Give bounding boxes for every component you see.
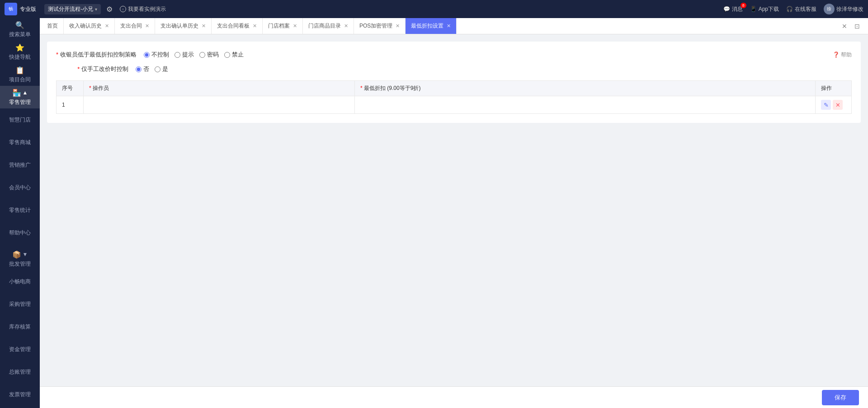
- sidebar-item-general-ledger[interactable]: 总账管理: [0, 361, 40, 383]
- radio-password-input[interactable]: [199, 52, 205, 58]
- app-download-button[interactable]: 📱 App下载: [750, 5, 779, 13]
- page-footer: 保存: [40, 386, 868, 408]
- project-selector[interactable]: 测试分开流程-小兄 ▾: [44, 4, 101, 14]
- tab-store-catalog[interactable]: 门店商品目录 ✕: [303, 18, 354, 34]
- close-icon[interactable]: ✕: [105, 23, 109, 29]
- chevron-down-icon: ▼: [23, 251, 28, 258]
- tab-home[interactable]: 首页: [42, 18, 64, 34]
- sidebar-item-marketing[interactable]: 营销推广: [0, 154, 40, 176]
- close-icon[interactable]: ✕: [447, 23, 451, 29]
- sidebar-item-search[interactable]: 🔍 搜索菜单: [0, 18, 40, 41]
- close-icon[interactable]: ✕: [145, 23, 149, 29]
- sidebar-item-purchase[interactable]: 采购管理: [0, 293, 40, 315]
- retail-icon: 🏪: [12, 89, 21, 97]
- radio-no-input[interactable]: [136, 66, 142, 72]
- sidebar-item-help[interactable]: 帮助中心: [0, 221, 40, 244]
- radio-no[interactable]: 否: [136, 65, 149, 73]
- col-seq: 序号: [57, 81, 84, 96]
- question-icon: ❓: [833, 52, 840, 58]
- main-layout: 🔍 搜索菜单 ⭐ 快捷导航 📋 项目合同 🏪 ▲ 零售管理 智慧门店 零售商城 …: [0, 18, 868, 408]
- sidebar-item-label: 会员中心: [9, 184, 31, 192]
- close-icon[interactable]: ✕: [344, 23, 348, 29]
- sidebar-item-ecommerce[interactable]: 小畅电商: [0, 270, 40, 293]
- close-icon[interactable]: ✕: [202, 23, 206, 29]
- tab-min-discount[interactable]: 最低折扣设置 ✕: [406, 18, 457, 34]
- search-icon: 🔍: [15, 21, 24, 29]
- sidebar-item-retail-mall[interactable]: 零售商城: [0, 131, 40, 154]
- radio-password[interactable]: 密码: [199, 51, 219, 59]
- close-icon[interactable]: ✕: [396, 23, 400, 29]
- sidebar-item-tax[interactable]: 税务管理: [0, 406, 40, 408]
- sidebar-item-label: 智慧门店: [9, 116, 31, 124]
- form-section: 收银员低于最低折扣控制策略 不控制 提示: [56, 51, 852, 73]
- tabbar: 首页 收入确认历史 ✕ 支出合同 ✕ 支出确认单历史 ✕ 支出合同看板 ✕ 门店…: [40, 18, 868, 34]
- sidebar-item-member[interactable]: 会员中心: [0, 176, 40, 199]
- sidebar-item-finance[interactable]: 资金管理: [0, 338, 40, 361]
- demo-icon: ○: [120, 6, 126, 12]
- sidebar-item-shortcuts[interactable]: ⭐ 快捷导航: [0, 41, 40, 63]
- tab-expense-board[interactable]: 支出合同看板 ✕: [212, 18, 263, 34]
- col-actions: 操作: [816, 81, 852, 96]
- tab-label: 支出合同看板: [217, 22, 250, 30]
- delete-button[interactable]: ✕: [833, 100, 843, 110]
- cell-min-discount: [355, 96, 816, 114]
- tab-pos-encryption[interactable]: POS加密管理 ✕: [354, 18, 406, 34]
- radio-forbid-input[interactable]: [224, 52, 230, 58]
- radio-forbid-label: 禁止: [232, 51, 244, 59]
- sidebar-item-label: 搜索菜单: [9, 31, 31, 38]
- wholesale-icon: 📦: [12, 250, 21, 259]
- demo-label: 我要看实例演示: [128, 5, 166, 13]
- radio-yes-label: 是: [162, 65, 168, 73]
- sidebar-item-invoice[interactable]: 发票管理: [0, 383, 40, 406]
- col-operator: 操作员: [84, 81, 355, 96]
- sidebar-item-retail-stats[interactable]: 零售统计: [0, 199, 40, 221]
- close-tab-button[interactable]: ✕: [839, 22, 850, 31]
- topbar: 畅 专业版 测试分开流程-小兄 ▾ ⚙ ○ 我要看实例演示 💬 消息 8 📱 A…: [0, 0, 868, 18]
- radio-forbid[interactable]: 禁止: [224, 51, 244, 59]
- project-name: 测试分开流程-小兄: [48, 5, 93, 13]
- logo: 畅 专业版: [5, 3, 41, 15]
- maximize-tab-button[interactable]: ⊡: [852, 22, 863, 31]
- cell-operator: [84, 96, 355, 114]
- save-button[interactable]: 保存: [822, 390, 859, 405]
- close-icon[interactable]: ✕: [253, 23, 257, 29]
- online-service-button[interactable]: 🎧 在线客服: [786, 5, 816, 13]
- help-label: 帮助: [841, 51, 852, 59]
- sidebar-item-label: 库存核算: [9, 323, 31, 331]
- discount-table: 序号 操作员 最低折扣 (9.00等于9折) 操作 1: [56, 80, 852, 114]
- tab-income-history[interactable]: 收入确认历史 ✕: [64, 18, 115, 34]
- sidebar-item-smart-store[interactable]: 智慧门店: [0, 108, 40, 131]
- tab-label: 支出合同: [120, 22, 142, 30]
- tab-expense-confirm-history[interactable]: 支出确认单历史 ✕: [155, 18, 212, 34]
- message-button[interactable]: 💬 消息 8: [723, 5, 743, 13]
- radio-group-strategy: 不控制 提示 密码 禁: [144, 51, 244, 59]
- tab-expense-contract[interactable]: 支出合同 ✕: [115, 18, 155, 34]
- user-menu[interactable]: 徐 徐泽华修改: [824, 4, 863, 14]
- message-icon: 💬: [723, 6, 730, 12]
- radio-prompt-input[interactable]: [175, 52, 180, 58]
- sidebar-item-contract[interactable]: 📋 项目合同: [0, 63, 40, 86]
- sidebar-item-wholesale[interactable]: 📦 ▼ 批发管理: [0, 248, 40, 270]
- radio-yes[interactable]: 是: [155, 65, 168, 73]
- radio-no-control-label: 不控制: [151, 51, 169, 59]
- tab-label: 门店商品目录: [308, 22, 341, 30]
- headset-icon: 🎧: [786, 6, 793, 12]
- radio-no-control-input[interactable]: [144, 52, 150, 58]
- tab-store-archive[interactable]: 门店档案 ✕: [263, 18, 303, 34]
- radio-no-control[interactable]: 不控制: [144, 51, 169, 59]
- sidebar-item-inventory[interactable]: 库存核算: [0, 315, 40, 338]
- cell-actions: ✎ ✕: [816, 96, 852, 114]
- radio-yes-input[interactable]: [155, 66, 160, 72]
- demo-button[interactable]: ○ 我要看实例演示: [120, 5, 166, 13]
- settings-icon[interactable]: ⚙: [106, 5, 113, 14]
- col-min-discount: 最低折扣 (9.00等于9折): [355, 81, 816, 96]
- help-link[interactable]: ❓ 帮助: [833, 51, 852, 59]
- close-icon[interactable]: ✕: [293, 23, 297, 29]
- radio-prompt[interactable]: 提示: [175, 51, 194, 59]
- sidebar-item-retail[interactable]: 🏪 ▲ 零售管理: [0, 86, 40, 108]
- edit-button[interactable]: ✎: [821, 100, 831, 110]
- sidebar-item-label: 零售统计: [9, 206, 31, 214]
- contract-icon: 📋: [15, 66, 24, 75]
- sidebar: 🔍 搜索菜单 ⭐ 快捷导航 📋 项目合同 🏪 ▲ 零售管理 智慧门店 零售商城 …: [0, 18, 40, 408]
- logo-icon: 畅: [5, 3, 17, 15]
